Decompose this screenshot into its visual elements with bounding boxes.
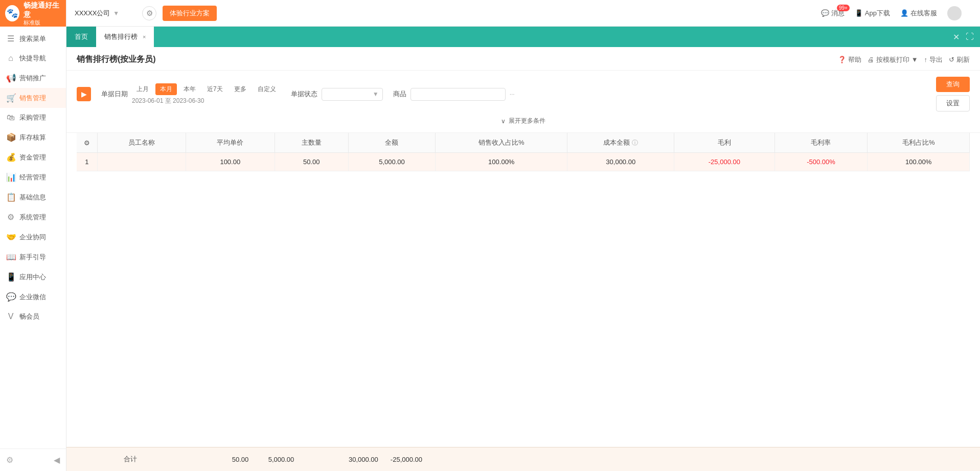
cost-info-icon[interactable]: ⓘ [632, 139, 638, 146]
date-btn-7days[interactable]: 近7天 [202, 83, 227, 95]
sidebar-item-应用中心[interactable]: 📱 应用中心 [0, 267, 66, 287]
sidebar-item-企业微信[interactable]: 💬 企业微信 [0, 287, 66, 307]
cell-qty-0: 50.00 [275, 153, 348, 171]
col-amount: 全额 [348, 133, 435, 153]
refresh-button[interactable]: ↺ 刷新 [949, 55, 970, 64]
sidebar-nav: ☰ 搜索菜单 ⌂ 快捷导航 📢 营销推广 🛒 销售管理 🛍 采购管理 📦 库存核… [0, 27, 66, 448]
messages-button[interactable]: 💬 消息 99+ [821, 9, 845, 18]
settings-gear-button[interactable]: ⚙ [142, 6, 156, 20]
sidebar-item-资金管理[interactable]: 💰 资金管理 [0, 147, 66, 167]
tab-bar-end: ✕ ⛶ [953, 32, 980, 42]
template-print-button[interactable]: 🖨 按模板打印 ▼ [868, 55, 918, 64]
refresh-icon: ↺ [949, 56, 954, 63]
sidebar-label-10: 企业协同 [19, 233, 46, 242]
footer-label: 合计 [118, 453, 179, 466]
sidebar-item-库存核算[interactable]: 📦 库存核算 [0, 127, 66, 147]
table-row: 1 100.00 50.00 5,000.00 100.00% 30,000.0… [77, 153, 970, 171]
avatar[interactable] [947, 6, 962, 20]
sidebar-icon-0: ☰ [6, 34, 15, 43]
sidebar-item-搜索菜单[interactable]: ☰ 搜索菜单 [0, 29, 66, 49]
export-button[interactable]: ↑ 导出 [924, 55, 943, 64]
sidebar-item-新手引导[interactable]: 📖 新手引导 [0, 247, 66, 267]
sidebar-icon-9: ⚙ [6, 212, 15, 222]
settings-bottom-icon[interactable]: ⚙ [6, 455, 13, 465]
date-btn-last-month[interactable]: 上月 [132, 83, 153, 95]
date-btn-this-year[interactable]: 本年 [179, 83, 200, 95]
date-btn-custom[interactable]: 自定义 [253, 83, 281, 95]
col-settings-icon[interactable]: ⚙ [77, 133, 97, 153]
goods-input[interactable] [411, 88, 506, 101]
footer-gross-rate [428, 457, 469, 461]
sidebar-logo: 🐾 畅捷通好生意 标准版 [0, 0, 66, 27]
cell-gross-0: -25,000.00 [674, 153, 774, 171]
filter-bar: ▶ 单据日期 上月 本月 本年 近7天 更多 自定义 [66, 71, 980, 133]
goods-more-icon[interactable]: ··· [510, 91, 515, 98]
action-buttons: 查询 设置 [936, 77, 970, 111]
date-buttons: 上月 本月 本年 近7天 更多 自定义 [132, 83, 281, 95]
filter-toggle-button[interactable]: ▶ [77, 87, 91, 101]
sidebar-item-快捷导航[interactable]: ⌂ 快捷导航 [0, 49, 66, 68]
date-btn-more[interactable]: 更多 [230, 83, 251, 95]
collapse-sidebar-icon[interactable]: ◀ [54, 455, 60, 465]
footer-gross: -25,000.00 [384, 454, 428, 465]
col-gross-ratio: 毛利占比% [868, 133, 970, 153]
sidebar-item-企业协同[interactable]: 🤝 企业协同 [0, 227, 66, 247]
tab-close-window-icon[interactable]: ✕ [953, 32, 960, 42]
col-gross: 毛利 [674, 133, 774, 153]
sidebar-item-采购管理[interactable]: 🛍 采购管理 [0, 108, 66, 127]
sidebar-icon-8: 📋 [6, 192, 15, 202]
service-icon: 👤 [900, 9, 908, 17]
date-filter-label: 单据日期 [101, 89, 128, 99]
sidebar-icon-6: 💰 [6, 152, 15, 162]
status-filter-label: 单据状态 [291, 89, 317, 99]
tab-close-icon[interactable]: × [143, 34, 146, 40]
column-settings-button[interactable]: 设置 [936, 95, 970, 111]
tab-bar: 首页 销售排行榜 × ✕ ⛶ [66, 27, 980, 47]
sidebar-label-9: 系统管理 [19, 213, 46, 222]
tab-maximize-icon[interactable]: ⛶ [966, 32, 974, 41]
footer-cost: 30,000.00 [343, 454, 384, 465]
footer-avg-price [179, 457, 220, 461]
sidebar-item-经营管理[interactable]: 📊 经营管理 [0, 167, 66, 187]
sidebar-icon-11: 📖 [6, 252, 15, 262]
goods-filter-label: 商品 [393, 89, 406, 99]
col-sales-ratio: 销售收入占比% [436, 133, 567, 153]
app-download-button[interactable]: 📱 App下载 [855, 9, 890, 18]
export-icon: ↑ [924, 56, 928, 63]
tab-sales-ranking[interactable]: 销售排行榜 × [96, 27, 154, 47]
logo-icon: 🐾 [5, 5, 19, 21]
date-btn-this-month[interactable]: 本月 [155, 83, 177, 95]
status-select-wrapper: ▼ [322, 88, 383, 101]
filter-row: ▶ 单据日期 上月 本月 本年 近7天 更多 自定义 [77, 77, 970, 111]
sidebar-icon-13: 💬 [6, 292, 15, 302]
status-select[interactable] [322, 88, 383, 101]
date-filter-group: 单据日期 上月 本月 本年 近7天 更多 自定义 2023-06-01 至 20… [101, 83, 281, 105]
sidebar-item-销售管理[interactable]: 🛒 销售管理 [0, 88, 66, 108]
cell-avg-price-0: 100.00 [186, 153, 275, 171]
sidebar-icon-3: 🛒 [6, 93, 15, 103]
sidebar-item-畅会员[interactable]: V 畅会员 [0, 307, 66, 326]
sidebar-label-12: 应用中心 [19, 273, 46, 282]
query-button[interactable]: 查询 [936, 77, 970, 92]
tab-active-label: 销售排行榜 [104, 32, 138, 41]
online-service-label: 在线客服 [910, 9, 937, 18]
cell-cost-0: 30,000.00 [567, 153, 674, 171]
goods-filter-group: 商品 ··· [393, 88, 515, 101]
app-icon: 📱 [855, 9, 863, 17]
expand-conditions-button[interactable]: ∨ 展开更多条件 [77, 114, 970, 128]
sidebar-icon-7: 📊 [6, 172, 15, 182]
online-service-button[interactable]: 👤 在线客服 [900, 9, 937, 18]
cell-sales-ratio-0: 100.00% [436, 153, 567, 171]
tab-home[interactable]: 首页 [66, 27, 96, 47]
sidebar-label-11: 新手引导 [19, 253, 46, 262]
main-area: XXXXX公司 ▼ ⚙ 体验行业方案 💬 消息 99+ 📱 App下载 👤 在线… [66, 0, 980, 471]
trial-button[interactable]: 体验行业方案 [163, 6, 217, 21]
sidebar-item-营销推广[interactable]: 📢 营销推广 [0, 68, 66, 88]
sidebar-item-基础信息[interactable]: 📋 基础信息 [0, 187, 66, 207]
print-icon: 🖨 [868, 56, 874, 63]
app-download-label: App下载 [865, 9, 890, 18]
sidebar-item-系统管理[interactable]: ⚙ 系统管理 [0, 207, 66, 227]
top-header: XXXXX公司 ▼ ⚙ 体验行业方案 💬 消息 99+ 📱 App下载 👤 在线… [66, 0, 980, 27]
company-selector[interactable]: XXXXX公司 ▼ [75, 9, 136, 18]
help-button[interactable]: ❓ 帮助 [838, 55, 861, 64]
